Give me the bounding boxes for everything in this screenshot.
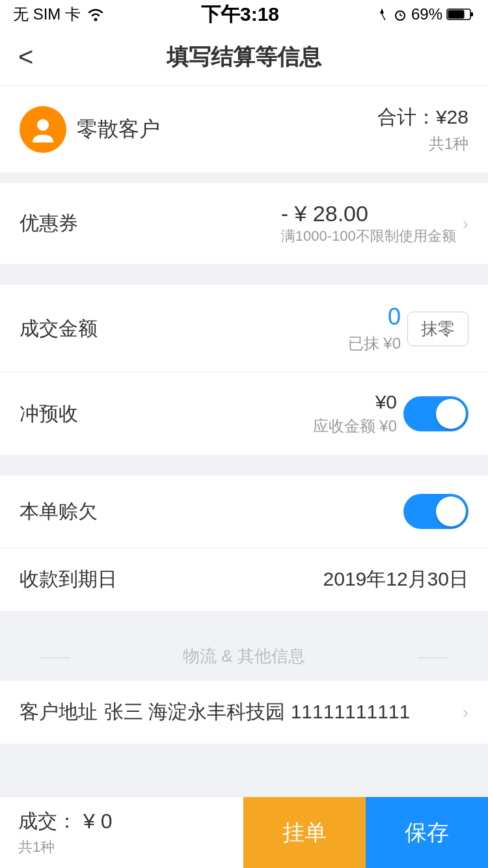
total-count: 共1种: [377, 133, 468, 154]
location-icon: [375, 7, 389, 21]
svg-point-5: [37, 119, 49, 131]
coupon-card: 优惠券 - ¥ 28.00 满1000-100不限制使用金额 ›: [0, 183, 488, 264]
customer-avatar: [20, 106, 66, 153]
save-button[interactable]: 保存: [366, 797, 488, 869]
status-left: 无 SIM 卡: [13, 4, 105, 25]
prepay-value: ¥0: [313, 391, 397, 413]
bottom-deal-amount: ¥ 0: [83, 809, 112, 834]
address-label: 客户地址: [20, 699, 98, 726]
alarm-icon: [393, 7, 407, 21]
battery-icon: [446, 7, 475, 21]
nav-bar: < 填写结算等信息: [0, 29, 488, 86]
wifi-icon: [86, 7, 105, 21]
bottom-count: 共1种: [18, 837, 225, 857]
due-date-label: 收款到期日: [20, 566, 117, 593]
chevron-right-icon: ›: [463, 213, 468, 234]
prepay-right: ¥0 应收金额 ¥0: [313, 391, 468, 437]
coupon-discount: - ¥ 28.00: [281, 201, 456, 226]
credit-toggle-knob: [436, 496, 466, 526]
total-amount: 合计：¥28: [377, 104, 468, 131]
bottom-deal: 成交： ¥ 0: [18, 808, 225, 835]
credit-label: 本单赊欠: [20, 498, 98, 525]
divider-2: [0, 465, 488, 476]
bottom-bar: 成交： ¥ 0 共1种 挂单 保存: [0, 796, 488, 868]
credit-row: 本单赊欠: [0, 476, 488, 547]
deal-amount-value[interactable]: 0: [388, 303, 401, 330]
logistics-label: 物流 & 其他信息: [183, 646, 305, 666]
battery-percent: 69%: [411, 5, 442, 23]
content: 零散客户 合计：¥28 共1种 优惠券 - ¥ 28.00 满1000-100不…: [0, 86, 488, 832]
coupon-row[interactable]: 优惠券 - ¥ 28.00 满1000-100不限制使用金额 ›: [0, 183, 488, 264]
customer-name: 零散客户: [77, 115, 160, 144]
deal-amount-card: 成交金额 0 已抹 ¥0 抹零 冲预收 ¥0 应收金额 ¥0: [0, 285, 488, 455]
back-button[interactable]: <: [18, 42, 33, 72]
due-date-row: 收款到期日 2019年12月30日: [0, 547, 488, 611]
logistics-header: 物流 & 其他信息: [0, 632, 488, 681]
prepay-value-block: ¥0 应收金额 ¥0: [313, 391, 397, 437]
coupon-right: - ¥ 28.00 满1000-100不限制使用金额 ›: [281, 201, 468, 246]
round-button[interactable]: 抹零: [407, 312, 468, 346]
status-bar: 无 SIM 卡 下午3:18 69%: [0, 0, 488, 29]
deal-amount-label: 成交金额: [20, 316, 98, 342]
credit-card: 本单赊欠 收款到期日 2019年12月30日: [0, 476, 488, 611]
deal-amount-row: 成交金额 0 已抹 ¥0 抹零: [0, 285, 488, 372]
customer-card: 零散客户 合计：¥28 共1种: [0, 86, 488, 172]
status-time: 下午3:18: [201, 1, 279, 28]
prepay-sub: 应收金额 ¥0: [313, 416, 397, 437]
coupon-hint: 满1000-100不限制使用金额: [281, 226, 456, 246]
customer-left: 零散客户: [20, 106, 160, 153]
customer-row: 零散客户 合计：¥28 共1种: [0, 86, 488, 172]
prepay-label: 冲预收: [20, 401, 78, 427]
prepay-toggle[interactable]: [403, 396, 468, 431]
toggle-knob: [436, 399, 466, 429]
customer-total: 合计：¥28 共1种: [377, 104, 468, 154]
address-chevron-icon: ›: [463, 702, 468, 723]
bottom-deal-label: 成交：: [18, 808, 77, 835]
bottom-summary: 成交： ¥ 0 共1种: [0, 808, 243, 857]
due-date-value: 2019年12月30日: [323, 566, 468, 593]
credit-toggle[interactable]: [403, 494, 468, 529]
deal-amount-value-block: 0 已抹 ¥0: [348, 303, 401, 354]
status-right: 69%: [375, 5, 475, 23]
address-card: 客户地址 张三 海淀永丰科技园 11111111111 ›: [0, 681, 488, 744]
deal-amount-right: 0 已抹 ¥0 抹零: [348, 303, 468, 354]
svg-point-0: [94, 18, 98, 21]
divider-3: [0, 621, 488, 632]
deal-amount-sub: 已抹 ¥0: [348, 333, 401, 354]
page-title: 填写结算等信息: [167, 42, 321, 72]
address-value: 张三 海淀永丰科技园 11111111111: [104, 699, 456, 726]
credit-right: [403, 494, 468, 529]
address-row[interactable]: 客户地址 张三 海淀永丰科技园 11111111111 ›: [0, 681, 488, 744]
coupon-label: 优惠券: [20, 210, 78, 237]
divider-1: [0, 275, 488, 285]
hold-button[interactable]: 挂单: [243, 797, 366, 869]
avatar-icon: [29, 115, 57, 144]
prepay-row: 冲预收 ¥0 应收金额 ¥0: [0, 372, 488, 455]
sim-status: 无 SIM 卡: [13, 4, 81, 25]
svg-rect-4: [448, 10, 464, 19]
svg-rect-3: [470, 12, 473, 16]
coupon-value-block: - ¥ 28.00 满1000-100不限制使用金额: [281, 201, 456, 246]
